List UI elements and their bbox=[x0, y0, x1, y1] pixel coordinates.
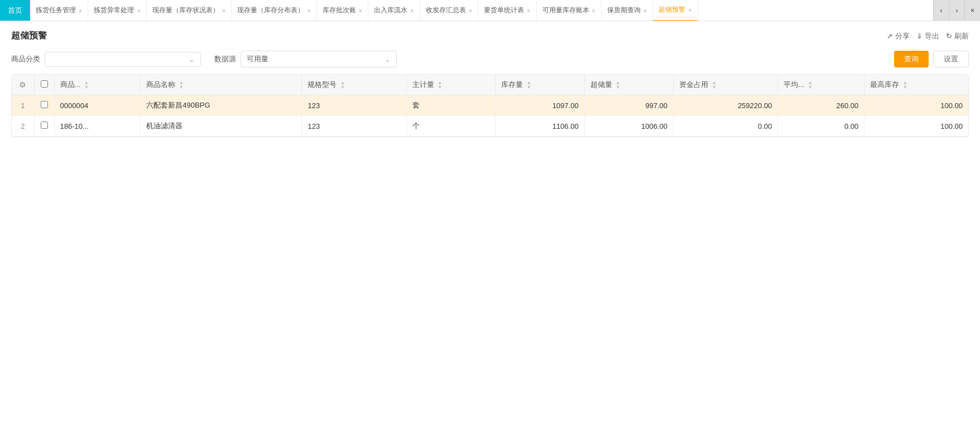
col-header-name[interactable]: 商品名称 ▲ ▼ bbox=[141, 75, 302, 95]
row-avg: 260.00 bbox=[778, 95, 864, 116]
sort-icon: ▲ ▼ bbox=[438, 81, 442, 90]
nav-arrow-close[interactable]: × bbox=[964, 0, 980, 21]
row-code: 186-10... bbox=[54, 116, 141, 137]
tab-6-close[interactable]: × bbox=[410, 7, 414, 14]
sort-icon: ▲ ▼ bbox=[808, 81, 813, 90]
category-chevron-icon: ⌄ bbox=[189, 55, 195, 64]
col-header-avg[interactable]: 平均... ▲ ▼ bbox=[778, 75, 864, 95]
row-name: 六配套新昌490BPG bbox=[141, 95, 302, 116]
tab-10-close[interactable]: × bbox=[643, 7, 647, 14]
col-header-capital[interactable]: 资金占用 ▲ ▼ bbox=[674, 75, 778, 95]
category-label: 商品分类 bbox=[11, 54, 40, 64]
row-over: 997.00 bbox=[584, 95, 673, 116]
refresh-icon: ↻ bbox=[946, 32, 952, 40]
sort-icon: ▲ ▼ bbox=[527, 81, 531, 90]
row-over: 1006.00 bbox=[584, 116, 673, 137]
filter-actions: 查询 设置 bbox=[894, 51, 969, 67]
row-unit: 个 bbox=[406, 116, 495, 137]
share-icon: ➚ bbox=[887, 32, 893, 40]
tab-8[interactable]: 要货单统计表 × bbox=[478, 0, 536, 21]
col-header-max[interactable]: 最高库存 ▲ ▼ bbox=[864, 75, 968, 95]
main-content: 超储预警 ➚ 分享 ⇓ 导出 ↻ 刷新 商品分类 ⌄ 数据源 bbox=[0, 21, 980, 446]
row-code: 0000004 bbox=[54, 95, 141, 116]
row-stock: 1106.00 bbox=[496, 116, 584, 137]
tab-11[interactable]: 超储预警 × bbox=[653, 0, 698, 21]
data-table: ⚙ 商品... ▲ ▼ 商品名称 bbox=[12, 75, 968, 137]
page-header: 超储预警 ➚ 分享 ⇓ 导出 ↻ 刷新 bbox=[11, 30, 969, 42]
table-row: 2 186-10... 机油滤清器 123 个 1106.00 1006.00 … bbox=[12, 116, 968, 137]
datasource-label: 数据源 bbox=[214, 54, 236, 64]
row-spec: 123 bbox=[302, 116, 406, 137]
refresh-action[interactable]: ↻ 刷新 bbox=[946, 31, 969, 41]
tab-2-close[interactable]: × bbox=[137, 7, 140, 14]
tab-3-close[interactable]: × bbox=[222, 7, 225, 14]
tab-1-close[interactable]: × bbox=[79, 7, 82, 14]
navigation-bar: 首页 拣货任务管理 × 拣货异常处理 × 现存量（库存状况表） × 现存量（库存… bbox=[0, 0, 980, 21]
tab-1[interactable]: 拣货任务管理 × bbox=[30, 0, 88, 21]
row-max: 100.00 bbox=[864, 116, 968, 137]
row-checkbox-cell[interactable] bbox=[34, 116, 54, 137]
tab-6[interactable]: 出入库流水 × bbox=[368, 0, 420, 21]
row-name: 机油滤清器 bbox=[141, 116, 302, 137]
sort-icon: ▲ ▼ bbox=[84, 81, 89, 90]
row-capital: 259220.00 bbox=[674, 95, 778, 116]
col-header-code[interactable]: 商品... ▲ ▼ bbox=[54, 75, 141, 95]
row-checkbox-cell[interactable] bbox=[34, 95, 54, 116]
select-all-checkbox[interactable] bbox=[41, 80, 48, 88]
tab-7-close[interactable]: × bbox=[469, 7, 472, 14]
gear-icon[interactable]: ⚙ bbox=[19, 80, 26, 89]
row-avg: 0.00 bbox=[778, 116, 864, 137]
export-action[interactable]: ⇓ 导出 bbox=[916, 31, 939, 41]
sort-icon: ▲ ▼ bbox=[616, 81, 620, 90]
share-action[interactable]: ➚ 分享 bbox=[887, 31, 910, 41]
nav-arrows: ‹ › × bbox=[933, 0, 980, 21]
nav-home[interactable]: 首页 bbox=[0, 0, 30, 21]
table-row: 1 0000004 六配套新昌490BPG 123 套 1097.00 997.… bbox=[12, 95, 968, 116]
tab-10[interactable]: 保质期查询 × bbox=[602, 0, 653, 21]
tab-4-close[interactable]: × bbox=[307, 7, 310, 14]
row-capital: 0.00 bbox=[674, 116, 778, 137]
datasource-filter-group: 数据源 可用量 ⌄ bbox=[214, 51, 397, 67]
tab-8-close[interactable]: × bbox=[527, 7, 530, 14]
col-header-unit[interactable]: 主计量 ▲ ▼ bbox=[406, 75, 495, 95]
row-checkbox[interactable] bbox=[41, 101, 48, 108]
tab-2[interactable]: 拣货异常处理 × bbox=[88, 0, 146, 21]
row-stock: 1097.00 bbox=[496, 95, 584, 116]
sort-icon: ▲ ▼ bbox=[340, 81, 345, 90]
tab-9-close[interactable]: × bbox=[592, 7, 595, 14]
nav-arrow-right[interactable]: › bbox=[949, 0, 964, 21]
category-select[interactable]: ⌄ bbox=[45, 52, 201, 67]
row-checkbox[interactable] bbox=[41, 122, 48, 129]
data-table-container: ⚙ 商品... ▲ ▼ 商品名称 bbox=[11, 74, 969, 137]
col-header-settings[interactable]: ⚙ bbox=[12, 75, 34, 95]
sort-icon: ▲ ▼ bbox=[712, 81, 717, 90]
row-spec: 123 bbox=[302, 95, 406, 116]
col-header-stock[interactable]: 库存量 ▲ ▼ bbox=[496, 75, 584, 95]
row-number: 2 bbox=[12, 116, 34, 137]
page-title: 超储预警 bbox=[11, 30, 47, 42]
settings-button[interactable]: 设置 bbox=[933, 51, 969, 67]
query-button[interactable]: 查询 bbox=[894, 51, 929, 67]
datasource-select-value: 可用量 bbox=[247, 54, 385, 64]
row-max: 100.00 bbox=[864, 95, 968, 116]
tab-5-close[interactable]: × bbox=[359, 7, 362, 14]
header-actions: ➚ 分享 ⇓ 导出 ↻ 刷新 bbox=[887, 31, 969, 41]
datasource-select[interactable]: 可用量 ⌄ bbox=[241, 51, 397, 67]
tab-7[interactable]: 收发存汇总表 × bbox=[420, 0, 478, 21]
tab-9[interactable]: 可用量库存账本 × bbox=[537, 0, 602, 21]
category-filter-group: 商品分类 ⌄ bbox=[11, 52, 201, 67]
col-header-checkbox[interactable] bbox=[34, 75, 54, 95]
tab-5[interactable]: 库存批次账 × bbox=[317, 0, 368, 21]
export-icon: ⇓ bbox=[916, 32, 923, 40]
tab-11-close[interactable]: × bbox=[688, 7, 691, 13]
tab-3[interactable]: 现存量（库存状况表） × bbox=[147, 0, 232, 21]
datasource-chevron-icon: ⌄ bbox=[385, 55, 391, 64]
row-unit: 套 bbox=[406, 95, 495, 116]
sort-icon: ▲ ▼ bbox=[179, 81, 184, 90]
tab-4[interactable]: 现存量（库存分布表） × bbox=[232, 0, 316, 21]
col-header-over[interactable]: 超储量 ▲ ▼ bbox=[584, 75, 673, 95]
col-header-spec[interactable]: 规格型号 ▲ ▼ bbox=[302, 75, 406, 95]
nav-arrow-left[interactable]: ‹ bbox=[933, 0, 949, 21]
sort-icon: ▲ ▼ bbox=[903, 81, 907, 90]
filter-row: 商品分类 ⌄ 数据源 可用量 ⌄ 查询 设置 bbox=[11, 51, 969, 67]
